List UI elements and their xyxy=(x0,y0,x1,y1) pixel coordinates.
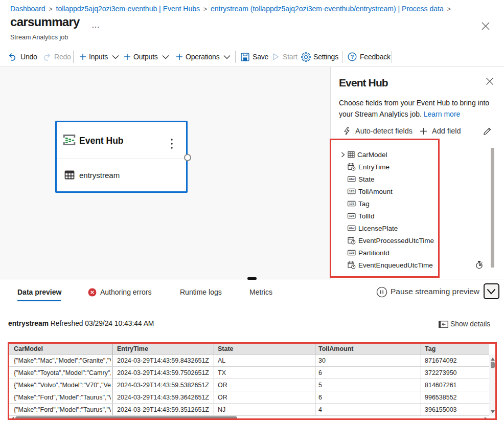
svg-text:123: 123 xyxy=(349,251,355,254)
svg-text:Abc: Abc xyxy=(349,226,355,230)
svg-text:?: ? xyxy=(351,54,354,60)
svg-text:Abc: Abc xyxy=(349,177,355,181)
svg-text:123: 123 xyxy=(349,189,355,193)
svg-text:123: 123 xyxy=(349,202,355,205)
svg-text:123: 123 xyxy=(349,214,355,217)
